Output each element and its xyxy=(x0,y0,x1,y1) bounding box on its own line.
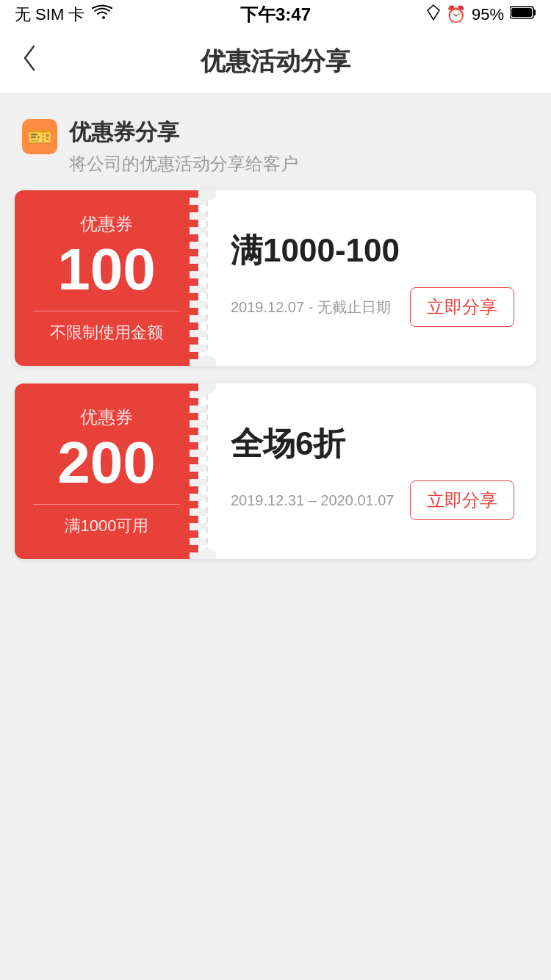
section-title: 优惠券分享 xyxy=(69,118,298,148)
coupon-name-2: 全场6折 xyxy=(231,422,514,466)
section-text: 优惠券分享 将公司的优惠活动分享给客户 xyxy=(69,118,298,176)
sim-label: 无 SIM 卡 xyxy=(15,4,84,26)
share-button-2[interactable]: 立即分享 xyxy=(410,480,514,520)
status-left: 无 SIM 卡 xyxy=(15,4,112,26)
coupon-date-2: 2019.12.31 – 2020.01.07 xyxy=(231,492,403,509)
coupon-dashes-2 xyxy=(206,394,208,549)
coupon-divider-1 xyxy=(33,311,180,311)
svg-rect-1 xyxy=(533,10,536,15)
coupon-left-1: 优惠券 100 不限制使用金额 xyxy=(15,190,198,366)
coupon-label-1: 优惠券 xyxy=(80,212,133,236)
coupon-card-1: 优惠券 100 不限制使用金额 满1000-100 2019.12.07 - 无… xyxy=(15,190,536,366)
alarm-icon: ⏰ xyxy=(446,5,466,24)
wifi-icon xyxy=(92,4,112,25)
coupon-meta-2: 2019.12.31 – 2020.01.07 立即分享 xyxy=(231,480,514,520)
coupon-date-1: 2019.12.07 - 无截止日期 xyxy=(231,298,403,317)
coupon-condition-2: 满1000可用 xyxy=(65,515,149,537)
coupon-separator-1 xyxy=(198,190,216,366)
page-title: 优惠活动分享 xyxy=(201,45,350,79)
nav-bar: 优惠活动分享 xyxy=(0,29,551,94)
coupon-left-2: 优惠券 200 满1000可用 xyxy=(15,383,198,559)
coupon-separator-2 xyxy=(198,383,216,559)
coupon-list: 优惠券 100 不限制使用金额 满1000-100 2019.12.07 - 无… xyxy=(0,190,551,577)
coupon-dashes-1 xyxy=(206,201,208,356)
share-button-1[interactable]: 立即分享 xyxy=(410,287,514,327)
location-icon xyxy=(427,4,440,25)
coupon-divider-2 xyxy=(33,504,180,505)
svg-rect-2 xyxy=(511,8,532,17)
coupon-amount-2: 200 xyxy=(57,433,155,492)
battery-text: 95% xyxy=(472,5,504,24)
status-right: ⏰ 95% xyxy=(427,4,536,25)
section-subtitle: 将公司的优惠活动分享给客户 xyxy=(69,152,298,176)
coupon-meta-1: 2019.12.07 - 无截止日期 立即分享 xyxy=(231,287,514,327)
bottom-area xyxy=(0,577,551,980)
coupon-label-2: 优惠券 xyxy=(80,406,133,429)
section-icon: 🎫 xyxy=(22,119,57,154)
coupon-condition-1: 不限制使用金额 xyxy=(50,322,163,344)
coupon-amount-1: 100 xyxy=(57,240,155,299)
section-header: 🎫 优惠券分享 将公司的优惠活动分享给客户 xyxy=(0,94,551,190)
coupon-right-2: 全场6折 2019.12.31 – 2020.01.07 立即分享 xyxy=(216,383,536,559)
battery-icon xyxy=(510,5,536,24)
status-time: 下午3:47 xyxy=(240,3,311,26)
back-button[interactable] xyxy=(21,43,38,79)
coupon-name-1: 满1000-100 xyxy=(231,229,514,273)
coupon-right-1: 满1000-100 2019.12.07 - 无截止日期 立即分享 xyxy=(216,190,536,366)
coupon-card-2: 优惠券 200 满1000可用 全场6折 2019.12.31 – 2020.0… xyxy=(15,383,536,559)
status-bar: 无 SIM 卡 下午3:47 ⏰ 95% xyxy=(0,0,551,29)
